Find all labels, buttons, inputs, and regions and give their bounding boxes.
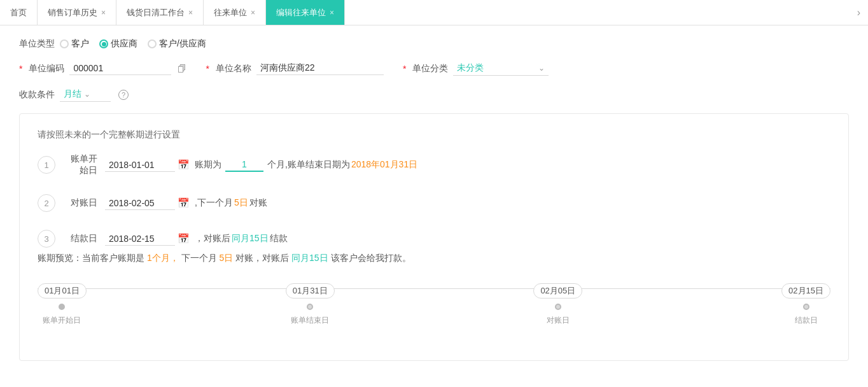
preview-highlight3: 同月15日 <box>291 253 328 263</box>
tab-partner[interactable]: 往来单位 × <box>204 0 266 25</box>
tab-sales-history[interactable]: 销售订单历史 × <box>38 0 116 25</box>
unit-code-icon[interactable]: 🗍 <box>178 64 186 74</box>
period-index-1: 1 <box>38 156 55 174</box>
period-label-3: 结款日 <box>66 233 97 244</box>
period-index-2: 2 <box>38 194 55 212</box>
period-date-input-2[interactable] <box>105 197 175 210</box>
desc-highlight-2: 5日 <box>234 197 248 209</box>
period-label-post: 个月,账单结束日期为 <box>267 159 350 171</box>
unit-name-group: * 单位名称 <box>206 62 383 75</box>
settings-card: 请按照未来的一个完整帐期进行设置 1 账单开始日 📅 账期为 个月,账单结束日期… <box>19 113 849 361</box>
timeline-point-3: 02月15日 结款日 <box>781 283 830 326</box>
timeline-date-badge-1: 01月31日 <box>286 283 335 299</box>
payment-terms-chevron-icon: ⌄ <box>84 90 90 99</box>
radio-customer[interactable]: 客户 <box>60 38 89 50</box>
timeline-dot-2 <box>555 304 561 310</box>
preview-highlight2: 5日 <box>219 253 233 263</box>
preview-mid2: 对账，对账后 <box>235 253 289 263</box>
period-date-input-3[interactable] <box>105 232 175 246</box>
tab-sales-history-label: 销售订单历史 <box>48 7 97 18</box>
preview-label: 账期预览：当前客户账期是 <box>38 253 144 263</box>
radio-group: 客户 供应商 客户/供应商 <box>60 38 206 50</box>
timeline-date-badge-3: 02月15日 <box>781 283 830 299</box>
unit-category-group: * 单位分类 未分类 ⌄ <box>403 61 549 76</box>
tabs-bar: 首页 销售订单历史 × 钱货日清工作台 × 往来单位 × 编辑往来单位 × › <box>0 0 868 25</box>
radio-both-circle <box>148 39 157 48</box>
chevron-down-icon: ⌄ <box>538 64 545 73</box>
period-desc-3: ，对账后 同月15日 结款 <box>195 233 288 244</box>
tab-home-label: 首页 <box>10 7 27 18</box>
help-icon[interactable]: ? <box>118 90 129 100</box>
timeline-label-2: 对账日 <box>547 315 570 326</box>
radio-supplier-circle <box>99 39 108 48</box>
unit-category-star: * <box>403 64 406 74</box>
desc-highlight-3: 同月15日 <box>232 233 269 244</box>
unit-code-input[interactable] <box>69 62 171 75</box>
timeline-dot-1 <box>307 304 313 310</box>
tab-expand-button[interactable]: › <box>850 7 868 18</box>
tab-cash-work[interactable]: 钱货日清工作台 × <box>116 0 204 25</box>
unit-category-value: 未分类 <box>457 62 536 74</box>
unit-name-input[interactable] <box>256 62 384 75</box>
period-label-1: 账单开始日 <box>66 153 97 176</box>
radio-supplier[interactable]: 供应商 <box>99 38 137 50</box>
tab-sales-history-close[interactable]: × <box>101 8 106 17</box>
period-desc-2: ,下一个月 5日 对账 <box>195 197 267 209</box>
radio-customer-circle <box>60 39 69 48</box>
timeline-point-1: 01月31日 账单结束日 <box>286 283 335 326</box>
calendar-icon-1[interactable]: 📅 <box>178 159 190 171</box>
preview-end: 该客户会给我打款。 <box>331 253 411 263</box>
unit-code-star: * <box>19 64 22 74</box>
unit-category-select[interactable]: 未分类 ⌄ <box>453 61 549 76</box>
tab-cash-work-close[interactable]: × <box>188 8 193 17</box>
timeline-date-badge-2: 02月05日 <box>533 283 582 299</box>
tab-cash-work-label: 钱货日清工作台 <box>127 7 185 18</box>
unit-type-row: 单位类型 客户 供应商 客户/供应商 <box>19 38 849 50</box>
calendar-icon-2[interactable]: 📅 <box>178 197 190 209</box>
unit-type-group: 单位类型 客户 供应商 客户/供应商 <box>19 38 206 50</box>
tab-edit-partner[interactable]: 编辑往来单位 × <box>266 0 345 25</box>
timeline-date-badge-0: 01月01日 <box>38 283 87 299</box>
tab-partner-close[interactable]: × <box>251 8 255 17</box>
unit-name-label: 单位名称 <box>216 63 251 74</box>
calendar-icon-3[interactable]: 📅 <box>178 233 190 244</box>
preview-highlight1: 1个月， <box>147 253 179 263</box>
timeline-label-3: 结款日 <box>795 315 818 326</box>
tab-edit-partner-close[interactable]: × <box>330 8 334 17</box>
payment-terms-select[interactable]: 月结 ⌄ <box>60 87 111 102</box>
desc-post-3: 结款 <box>270 233 288 244</box>
unit-code-label: 单位编码 <box>29 63 64 74</box>
payment-terms-value: 月结 <box>64 88 81 100</box>
period-end-date: 2018年01月31日 <box>351 159 417 171</box>
radio-customer-label: 客户 <box>71 38 89 50</box>
period-row-2: 2 对账日 📅 ,下一个月 5日 对账 <box>38 194 830 212</box>
timeline-point-0: 01月01日 账单开始日 <box>38 283 87 326</box>
period-row-1: 1 账单开始日 📅 账期为 个月,账单结束日期为 2018年01月31日 <box>38 153 830 176</box>
tab-home[interactable]: 首页 <box>0 0 38 25</box>
period-month-input[interactable] <box>225 158 263 172</box>
timeline-dot-0 <box>59 304 65 310</box>
desc-pre-3: ，对账后 <box>195 233 230 244</box>
unit-type-label: 单位类型 <box>19 38 55 50</box>
radio-both[interactable]: 客户/供应商 <box>148 38 206 50</box>
timeline-label-0: 账单开始日 <box>43 315 81 326</box>
payment-terms-label: 收款条件 <box>19 89 55 101</box>
timeline-label-1: 账单结束日 <box>291 315 329 326</box>
period-desc-1: 账期为 个月,账单结束日期为 2018年01月31日 <box>195 158 417 172</box>
radio-supplier-label: 供应商 <box>111 38 137 50</box>
desc-post-2: 对账 <box>249 197 267 209</box>
timeline-point-2: 02月05日 对账日 <box>533 283 582 326</box>
radio-both-label: 客户/供应商 <box>159 38 206 50</box>
period-row-3: 3 结款日 📅 ，对账后 同月15日 结款 <box>38 230 830 248</box>
unit-name-star: * <box>206 64 209 74</box>
preview-section: 账期预览：当前客户账期是 1个月， 下一个月 5日 对账，对账后 同月15日 该… <box>38 253 830 345</box>
preview-mid1: 下一个月 <box>181 253 217 263</box>
timeline-dot-3 <box>803 304 809 310</box>
main-content: 单位类型 客户 供应商 客户/供应商 * 单位编码 <box>0 25 868 387</box>
period-label-pre: 账期为 <box>195 159 221 171</box>
tab-edit-partner-label: 编辑往来单位 <box>276 7 326 18</box>
period-label-2: 对账日 <box>66 197 97 209</box>
period-date-input-1[interactable] <box>105 158 175 172</box>
timeline-points: 01月01日 账单开始日 01月31日 账单结束日 02月05日 对账日 02月… <box>38 283 830 326</box>
tab-partner-label: 往来单位 <box>214 7 247 18</box>
